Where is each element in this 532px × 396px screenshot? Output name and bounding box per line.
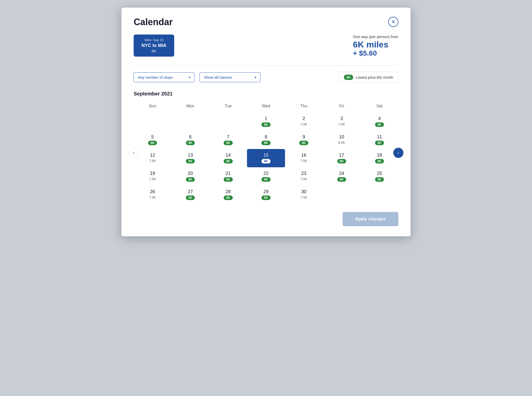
day-of-week: Mon	[171, 102, 209, 110]
day-price: 6K	[375, 122, 384, 127]
calendar-day[interactable]: 216K	[209, 167, 247, 186]
lowest-price-text: Lowest price this month	[356, 75, 393, 79]
chevron-left-icon: ‹	[133, 150, 134, 156]
filters-row: Any number of stops Nonstop only 1 stop …	[134, 72, 398, 83]
calendar-day	[171, 112, 209, 131]
day-number: 29	[263, 189, 269, 194]
day-number: 16	[301, 153, 306, 158]
calendar-day	[209, 112, 247, 131]
calendar-day	[361, 186, 398, 204]
calendar-day[interactable]: 116K	[361, 131, 398, 149]
day-price: 6K	[375, 159, 384, 163]
calendar-day[interactable]: 76K	[209, 131, 247, 149]
calendar-day[interactable]: 46K	[361, 112, 398, 131]
day-price: 6K	[375, 177, 384, 182]
calendar-day[interactable]: 27.5K	[285, 112, 323, 131]
day-price: 6K	[261, 195, 270, 200]
calendar-day[interactable]: 106.5K	[323, 131, 361, 149]
day-price: 6K	[186, 177, 195, 182]
calendar-day[interactable]: 197.5K	[134, 167, 171, 186]
calendar-weeks: 16K27.5K37.5K46K56K66K76K86K96K106.5K116…	[134, 112, 398, 204]
day-price: 6K	[224, 195, 233, 200]
classes-dropdown[interactable]: Show all classes Economy Business First	[200, 72, 260, 82]
calendar-grid: SunMonTueWedThuFriSat 16K27.5K37.5K46K56…	[134, 102, 398, 204]
calendar-week: 16K27.5K37.5K46K	[134, 112, 398, 131]
day-price: 6K	[186, 141, 195, 145]
calendar-week: 267.5K276K286K296K307.5K	[134, 186, 398, 204]
calendar-month-title: September 2021	[134, 91, 398, 97]
calendar-day[interactable]: 276K	[171, 186, 209, 204]
classes-dropdown-wrapper: Show all classes Economy Business First	[200, 72, 260, 82]
calendar-day[interactable]: 226K	[247, 167, 285, 186]
day-price: 7.5K	[338, 122, 345, 126]
calendar-day[interactable]: 237.5K	[285, 167, 323, 186]
lowest-price-badge: 6K Lowest price this month	[339, 72, 398, 83]
calendar-day[interactable]: 56K	[134, 131, 171, 149]
calendar-day[interactable]: 16K	[247, 112, 285, 131]
day-price: 6K	[375, 141, 384, 145]
calendar-day[interactable]: 86K	[247, 131, 285, 149]
price-info: One way (per person) from 6K miles + $5.…	[353, 35, 398, 57]
day-number: 20	[188, 171, 193, 176]
day-price: 6K	[261, 122, 270, 127]
calendar-day	[323, 186, 361, 204]
day-number: 1	[265, 116, 267, 121]
calendar-wrapper: ‹ SunMonTueWedThuFriSat 16K27.5K37.5K46K…	[134, 102, 398, 204]
calendar-day[interactable]: 256K	[361, 167, 398, 186]
calendar-day[interactable]: 206K	[171, 167, 209, 186]
calendar-day[interactable]: 176K	[323, 149, 361, 167]
calendar-day[interactable]: 127.5K	[134, 149, 171, 167]
calendar-day[interactable]: 307.5K	[285, 186, 323, 204]
day-price: 6K	[261, 141, 270, 145]
calendar-day[interactable]: 146K	[209, 149, 247, 167]
day-of-week: Thu	[285, 102, 323, 110]
day-of-week: Wed	[247, 102, 285, 110]
calendar-day[interactable]: 96K	[285, 131, 323, 149]
day-number: 17	[339, 153, 344, 158]
calendar-day[interactable]: 66K	[171, 131, 209, 149]
close-button[interactable]: ✕	[388, 17, 398, 27]
day-price: 6K	[224, 141, 233, 145]
day-number: 2	[303, 116, 305, 121]
day-price: 6K	[224, 177, 233, 182]
calendar-day[interactable]: 167.5K	[285, 149, 323, 167]
next-month-button[interactable]: ›	[393, 148, 403, 158]
calendar-modal: Calendar ✕ Wed, Sep 15 NYC to MIA 6K One…	[121, 8, 411, 236]
stops-dropdown[interactable]: Any number of stops Nonstop only 1 stop …	[134, 72, 194, 82]
day-number: 12	[150, 153, 155, 158]
day-price: 6K	[224, 159, 233, 163]
calendar-day[interactable]: 156K	[247, 149, 285, 167]
calendar-day[interactable]: 37.5K	[323, 112, 361, 131]
day-number: 24	[339, 171, 344, 176]
trip-info-row: Wed, Sep 15 NYC to MIA 6K One way (per p…	[134, 35, 398, 57]
day-price: 6K	[337, 159, 346, 163]
day-price: 6K	[186, 195, 195, 200]
day-price: 6K	[186, 159, 195, 163]
day-number: 6	[189, 134, 192, 140]
calendar-week: 197.5K206K216K226K237.5K246K256K	[134, 167, 398, 186]
day-price: 6K	[148, 141, 157, 145]
calendar-day[interactable]: 186K	[361, 149, 398, 167]
day-number: 26	[150, 189, 155, 194]
day-price: 7.5K	[149, 159, 156, 163]
day-number: 25	[377, 171, 382, 176]
divider	[134, 65, 398, 66]
day-number: 23	[301, 171, 306, 176]
day-number: 11	[377, 134, 382, 140]
calendar-day[interactable]: 136K	[171, 149, 209, 167]
price-miles: 6K miles	[353, 40, 398, 49]
calendar-day[interactable]: 267.5K	[134, 186, 171, 204]
calendar-day[interactable]: 296K	[247, 186, 285, 204]
prev-month-button[interactable]: ‹	[129, 148, 139, 158]
calendar-day	[134, 112, 171, 131]
day-number: 13	[188, 153, 193, 158]
calendar-day[interactable]: 286K	[209, 186, 247, 204]
day-number: 7	[227, 134, 229, 140]
day-price: 7.5K	[300, 159, 307, 163]
apply-changes-button[interactable]: Apply changes	[343, 212, 398, 226]
calendar-day[interactable]: 246K	[323, 167, 361, 186]
calendar-week: 56K66K76K86K96K106.5K116K	[134, 131, 398, 149]
day-of-week: Sat	[361, 102, 398, 110]
day-of-week: Sun	[134, 102, 171, 110]
day-number: 19	[150, 171, 155, 176]
